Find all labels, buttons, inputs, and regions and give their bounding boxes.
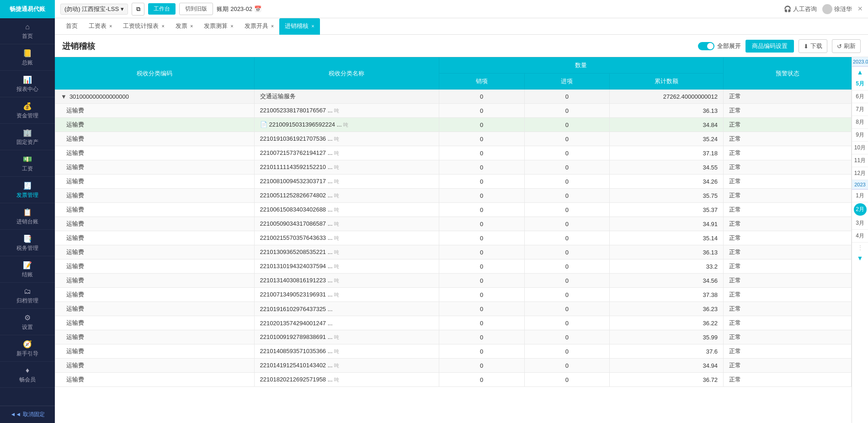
table-row[interactable]: 运输费 22100713490523196931 ... 吨 0 0 37.38… [55, 288, 852, 302]
cal-month-1[interactable]: 1月 [852, 190, 868, 202]
item-name-cell: 运输费 [55, 344, 255, 359]
cal-month-3[interactable]: 3月 [852, 217, 868, 230]
cal-year-2023: 2023 [852, 180, 868, 190]
invoice-no-cell: 22101314030816191223 ... 吨 [254, 274, 439, 288]
tab-home[interactable]: 首页 [60, 18, 83, 35]
table-row[interactable]: 运输费 22100615083403402688 ... 吨 0 0 35.37… [55, 203, 852, 217]
table-row[interactable]: 运输费 22100215570357643633 ... 吨 0 0 35.14… [55, 231, 852, 245]
table-row[interactable]: 运输费 22101111143592152210 ... 吨 0 0 34.55… [55, 160, 852, 174]
sidebar-item-home[interactable]: ⌂ 首页 [0, 18, 55, 44]
archive-icon: 🗂 [24, 287, 31, 296]
download-icon: ⬇ [804, 43, 809, 50]
download-button[interactable]: ⬇ 下载 [799, 39, 827, 53]
cal-month-9[interactable]: 9月 [852, 129, 868, 142]
sidebar-item-invoice[interactable]: 🧾 发票管理 [0, 177, 55, 203]
switch-version-button[interactable]: 切到旧版 [179, 3, 213, 15]
sidebar-item-salary[interactable]: 💵 工资 [0, 150, 55, 177]
table-row[interactable]: 运输费 22101820212692571958 ... 吨 0 0 36.72… [55, 373, 852, 387]
cumulative-cell: 27262.40000000012 [610, 90, 724, 104]
cal-month-11[interactable]: 11月 [852, 154, 868, 167]
table-row[interactable]: 运输费 22101009192789838691 ... 吨 0 0 35.99… [55, 330, 852, 344]
item-name-cell: 运输费 [55, 274, 255, 288]
item-name-cell: 运输费 [55, 302, 255, 316]
sidebar-item-archive[interactable]: 🗂 归档管理 [0, 283, 55, 309]
cal-month-6[interactable]: 6月 [852, 90, 868, 103]
sidebar-item-ledger[interactable]: 📒 总账 [0, 44, 55, 71]
table-row[interactable]: 运输费 22101910361921707536 ... 吨 0 0 35.24… [55, 132, 852, 146]
table-row[interactable]: ▼301000000000000000 交通运输服务 0 0 27262.400… [55, 90, 852, 104]
table-row[interactable]: 运输费 22101310194324037594 ... 吨 0 0 33.2 … [55, 259, 852, 274]
tab-close-icon[interactable]: × [311, 23, 314, 29]
table-row[interactable]: 运输费 22101916102976437325 ... 0 0 36.23 正… [55, 302, 852, 316]
user-info[interactable]: 徐涟华 [822, 4, 852, 14]
tab-close-icon[interactable]: × [109, 23, 112, 29]
table-row[interactable]: 运输费 📄22100915031396592224 ... 吨 0 0 34.8… [55, 118, 852, 132]
close-button[interactable]: × [857, 4, 863, 14]
support-button[interactable]: 🎧 人工咨询 [784, 5, 817, 13]
tab-salary-stat[interactable]: 工资统计报表 × [117, 18, 170, 35]
sidebar-item-asset[interactable]: 🏢 固定资产 [0, 124, 55, 150]
table-row[interactable]: 运输费 22100523381780176567 ... 吨 0 0 36.13… [55, 104, 852, 118]
table-row[interactable]: 运输费 22101314030816191223 ... 吨 0 0 34.56… [55, 274, 852, 288]
sidebar-item-member[interactable]: ♦ 畅会员 [0, 362, 55, 388]
sale-cell: 0 [439, 174, 524, 189]
tab-close-icon[interactable]: × [190, 23, 193, 29]
status-cell: 正常 [724, 118, 852, 132]
sidebar-item-tax[interactable]: 📑 税务管理 [0, 230, 55, 256]
table-row[interactable]: 运输费 22101309365208535221 ... 吨 0 0 36.13… [55, 245, 852, 259]
table-row[interactable]: 运输费 22101419125410143402 ... 吨 0 0 34.94… [55, 359, 852, 373]
status-cell: 正常 [724, 288, 852, 302]
cal-month-4[interactable]: 4月 [852, 230, 868, 243]
table-row[interactable]: 运输费 22102013574294001247 ... 0 0 36.22 正… [55, 316, 852, 330]
cal-month-10[interactable]: 10月 [852, 142, 868, 154]
purchase-cell: 0 [524, 189, 610, 203]
invoice-no-cell: 22101009192789838691 ... 吨 [254, 330, 439, 344]
table-row[interactable]: 运输费 22101408593571035366 ... 吨 0 0 37.6 … [55, 344, 852, 359]
refresh-button[interactable]: ↺ 刷新 [832, 39, 861, 53]
chevron-down-icon: ▾ [121, 5, 124, 12]
table-row[interactable]: 运输费 22100721573762194127 ... 吨 0 0 37.18… [55, 146, 852, 160]
tab-invoice[interactable]: 发票 × [170, 18, 198, 35]
copy-button[interactable]: ⧉ [132, 3, 144, 16]
tab-invoice-open[interactable]: 发票开具 × [239, 18, 279, 35]
invoice-no-cell: 22102013574294001247 ... [254, 316, 439, 330]
tab-reconcile[interactable]: 进销稽核 × [279, 18, 320, 35]
tab-close-icon[interactable]: × [271, 23, 274, 29]
tab-close-icon[interactable]: × [161, 23, 164, 29]
cal-nav-up[interactable]: ▲ [852, 67, 868, 78]
cal-month-7[interactable]: 7月 [852, 103, 868, 116]
table-row[interactable]: 运输费 22100509034317086587 ... 吨 0 0 34.91… [55, 217, 852, 231]
cal-nav-down[interactable]: ▼ [852, 253, 868, 264]
sidebar-item-settings[interactable]: ⚙ 设置 [0, 309, 55, 335]
cal-month-2-current[interactable]: 2月 [854, 203, 867, 216]
sidebar-item-report[interactable]: 📊 报表中心 [0, 71, 55, 97]
sidebar-item-settle[interactable]: 📝 结账 [0, 256, 55, 283]
sale-cell: 0 [439, 90, 524, 104]
status-cell: 正常 [724, 203, 852, 217]
table-row[interactable]: 运输费 22100810094532303717 ... 吨 0 0 34.26… [55, 174, 852, 189]
item-name-cell: 运输费 [55, 160, 255, 174]
unpin-button[interactable]: ◄◄ 取消固定 [0, 406, 55, 423]
sidebar-item-fund[interactable]: 💰 资金管理 [0, 97, 55, 124]
settings-button[interactable]: 商品编码设置 [746, 40, 794, 53]
status-cell: 正常 [724, 274, 852, 288]
tab-close-icon[interactable]: × [230, 23, 233, 29]
table-row[interactable]: 运输费 22100511252826674802 ... 吨 0 0 35.75… [55, 189, 852, 203]
purchase-cell: 0 [524, 302, 610, 316]
expand-toggle[interactable] [698, 42, 714, 50]
item-name-cell: 运输费 [55, 316, 255, 330]
sale-cell: 0 [439, 274, 524, 288]
tab-invoice-calc[interactable]: 发票测算 × [198, 18, 239, 35]
company-selector[interactable]: (勿动) 江西报宝-LSS ▾ [60, 4, 128, 15]
cal-month-5[interactable]: 5月 [852, 78, 868, 90]
tab-salary-table[interactable]: 工资表 × [83, 18, 117, 35]
col-header-tax-name: 税收分类名称 [254, 58, 439, 90]
sidebar-item-label: 报表中心 [16, 85, 38, 93]
status-cell: 正常 [724, 373, 852, 387]
cal-month-12[interactable]: 12月 [852, 167, 868, 180]
cal-month-8[interactable]: 8月 [852, 116, 868, 129]
workbench-button[interactable]: 工作台 [148, 3, 176, 15]
sidebar-item-guide[interactable]: 🧭 新手引导 [0, 335, 55, 362]
sidebar-item-sales[interactable]: 📋 进销台账 [0, 203, 55, 230]
cumulative-cell: 36.22 [610, 316, 724, 330]
